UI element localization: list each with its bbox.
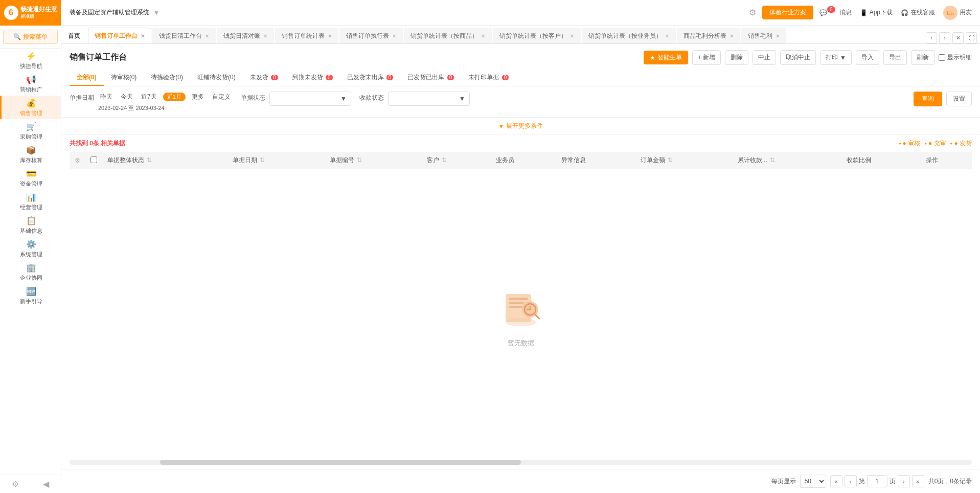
page-next-btn[interactable]: ›: [898, 475, 910, 487]
tab-product-margin[interactable]: 商品毛利分析表 ✕: [677, 28, 740, 44]
subtab-not-shipped[interactable]: 未发货 0: [243, 70, 285, 86]
date-opt-custom[interactable]: 自定义: [210, 92, 233, 102]
sidebar-item-marketing[interactable]: 📢 营销推广: [0, 72, 61, 96]
sidebar-item-purchase[interactable]: 🛒 采购管理: [0, 119, 61, 143]
sort-number-icon[interactable]: ⇅: [357, 156, 362, 164]
topbar-app-download[interactable]: 📱 App下载: [860, 8, 893, 17]
page-size-select[interactable]: 10 20 50 100: [800, 475, 826, 488]
date-opt-7days[interactable]: 近7天: [139, 92, 159, 102]
page-last-btn[interactable]: »: [912, 475, 924, 487]
smart-generate-btn[interactable]: ★ 智能生单: [644, 51, 688, 64]
refresh-btn[interactable]: 刷新: [911, 50, 935, 65]
page-first-btn[interactable]: «: [830, 475, 842, 487]
industry-btn[interactable]: 体验行业方案: [762, 6, 813, 19]
cancel-stop-btn[interactable]: 取消中止: [780, 50, 816, 65]
tab-sales-order-exec[interactable]: 销售订单执行表 ✕: [339, 28, 403, 44]
unreview-action-btn[interactable]: ● 充审: [924, 139, 946, 148]
tab-sales-stats-customer-close[interactable]: ✕: [570, 33, 574, 39]
topbar-dropdown-icon[interactable]: ▼: [153, 9, 159, 16]
subtab-not-printed[interactable]: 未打印单据 0: [461, 70, 516, 86]
tab-sales-stats-staff-close[interactable]: ✕: [665, 33, 669, 39]
sidebar-settings-icon[interactable]: ⚙: [12, 479, 19, 489]
topbar-gear-icon[interactable]: ⚙: [749, 8, 756, 17]
sidebar-item-sales[interactable]: 💰 销售管理: [0, 96, 61, 119]
date-opt-today[interactable]: 今天: [119, 92, 135, 102]
select-all-checkbox[interactable]: [90, 156, 97, 163]
stop-btn[interactable]: 中止: [753, 50, 776, 65]
sidebar-item-operations[interactable]: 📊 经营管理: [0, 190, 61, 213]
tab-home[interactable]: 首页: [61, 28, 87, 44]
review-action-btn[interactable]: ● 审核: [899, 139, 920, 148]
date-opt-1month[interactable]: 近1月: [163, 93, 186, 101]
col-check[interactable]: [85, 152, 102, 169]
tab-cash-goods-reconcile[interactable]: 钱货日清对账 ✕: [217, 28, 274, 44]
sort-status-icon[interactable]: ⇅: [147, 156, 152, 164]
tab-nav-next[interactable]: ›: [939, 32, 950, 43]
import-btn[interactable]: 导入: [856, 50, 879, 65]
sidebar-item-system[interactable]: ⚙️ 系统管理: [0, 237, 61, 260]
sort-customer-icon[interactable]: ⇅: [442, 156, 447, 164]
date-opt-more[interactable]: 更多: [190, 92, 206, 102]
horizontal-scrollbar[interactable]: [70, 460, 972, 465]
date-opt-yesterday[interactable]: 昨天: [98, 92, 115, 102]
tab-cash-goods-reconcile-close[interactable]: ✕: [263, 33, 267, 39]
tab-sales-stats-staff[interactable]: 销货单统计表（按业务员） ✕: [582, 28, 676, 44]
tab-sales-stats-product-close[interactable]: ✕: [481, 33, 485, 39]
subtab-pending-verify[interactable]: 待拣验货(0): [144, 70, 190, 86]
sidebar-item-quicknav[interactable]: ⚡ 快捷导航: [0, 49, 61, 72]
sort-amount-icon[interactable]: ⇅: [668, 156, 673, 164]
ship-action-btn[interactable]: ● 发货: [950, 139, 972, 148]
tab-sales-order-exec-close[interactable]: ✕: [392, 33, 396, 39]
col-settings[interactable]: ⚙: [70, 152, 85, 169]
expand-more-btn[interactable]: ▼ 展开更多条件: [494, 120, 548, 132]
set-btn[interactable]: 设置: [946, 92, 972, 106]
subtab-wangpu-pending[interactable]: 旺铺待发货(0): [190, 70, 243, 86]
sidebar-collapse-icon[interactable]: ◀: [43, 479, 49, 489]
subtab-shipped-out[interactable]: 已发货已出库 0: [400, 70, 461, 86]
delete-btn[interactable]: 删除: [725, 50, 748, 65]
export-btn[interactable]: 导出: [883, 50, 907, 65]
tab-sales-order-workbench[interactable]: 销售订单工作台 ✕: [88, 28, 151, 44]
sidebar-item-enterprise[interactable]: 🏢 企业协同: [0, 260, 61, 284]
tab-nav-fullscreen[interactable]: ⛶: [966, 32, 977, 43]
tab-sales-stats-customer[interactable]: 销货单统计表（按客户） ✕: [493, 28, 581, 44]
subtab-shipped-not-out[interactable]: 已发货未出库 0: [340, 70, 401, 86]
sort-date-icon[interactable]: ⇅: [260, 156, 265, 164]
operations-icon: 📊: [26, 192, 36, 202]
subtab-all[interactable]: 全部(0): [70, 70, 104, 86]
topbar-user[interactable]: Ea 用友: [943, 6, 972, 20]
query-btn[interactable]: 查询: [914, 92, 942, 106]
sidebar-item-finance[interactable]: 💳 资金管理: [0, 166, 61, 190]
new-btn[interactable]: + 新增: [692, 50, 721, 65]
sidebar-item-basic[interactable]: 📋 基础信息: [0, 213, 61, 237]
tab-cash-daily-clear[interactable]: 钱货日清工作台 ✕: [152, 28, 216, 44]
tab-sales-order-stats[interactable]: 销售订单统计表 ✕: [275, 28, 338, 44]
tab-sales-gross[interactable]: 销售毛利 ✕: [741, 28, 786, 44]
topbar-right: 💬 6 消息 📱 App下载 🎧 在线客服 Ea 用友: [819, 6, 972, 20]
tab-product-margin-close[interactable]: ✕: [730, 33, 734, 39]
tab-nav-prev[interactable]: ‹: [926, 32, 937, 43]
status-filter-select[interactable]: ▼: [269, 92, 351, 106]
tab-sales-order-workbench-close[interactable]: ✕: [141, 33, 145, 39]
topbar-message[interactable]: 💬 6 消息: [819, 8, 852, 17]
subtab-overdue-not-shipped[interactable]: 到期未发货 0: [285, 70, 340, 86]
show-detail-checkbox[interactable]: [939, 54, 945, 61]
svg-line-7: [535, 315, 539, 319]
payment-filter-select[interactable]: ▼: [388, 92, 470, 106]
tab-sales-gross-close[interactable]: ✕: [776, 33, 780, 39]
sidebar-item-guide[interactable]: 🆕 新手引导: [0, 284, 61, 307]
search-menu-btn[interactable]: 🔍 搜索菜单: [3, 30, 58, 44]
topbar-online-service[interactable]: 🎧 在线客服: [901, 8, 935, 17]
show-detail-label[interactable]: 显示明细: [939, 53, 972, 62]
tab-sales-order-stats-close[interactable]: ✕: [328, 33, 332, 39]
sidebar-item-inventory[interactable]: 📦 库存核算: [0, 143, 61, 166]
tab-nav-close-all[interactable]: ✕: [952, 32, 964, 43]
scrollbar-thumb[interactable]: [160, 460, 521, 465]
page-number-input[interactable]: [867, 475, 887, 487]
print-btn[interactable]: 打印 ▼: [820, 50, 852, 65]
tab-cash-daily-clear-close[interactable]: ✕: [205, 33, 209, 39]
tab-sales-stats-product[interactable]: 销货单统计表（按商品） ✕: [404, 28, 492, 44]
sort-received-icon[interactable]: ⇅: [770, 156, 775, 164]
page-prev-btn[interactable]: ‹: [845, 475, 857, 487]
subtab-pending-review[interactable]: 待审核(0): [104, 70, 144, 86]
